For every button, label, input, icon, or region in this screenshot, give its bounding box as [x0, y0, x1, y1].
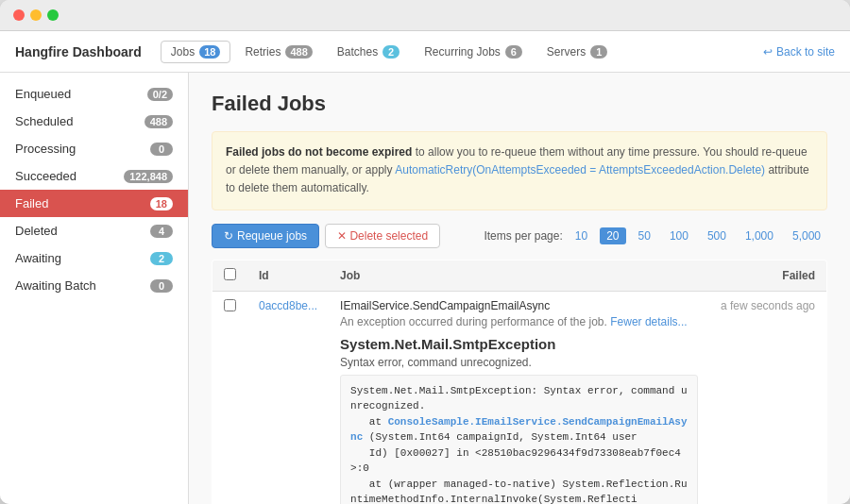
title-bar: [0, 0, 850, 31]
back-to-site-label: Back to site: [776, 45, 835, 59]
nav-tab-batches-badge: 2: [382, 45, 400, 59]
sidebar-item-awaiting-batch[interactable]: Awaiting Batch 0: [0, 272, 188, 299]
sidebar-item-awaiting-batch-label: Awaiting Batch: [15, 278, 150, 293]
select-all-checkbox[interactable]: [224, 268, 236, 280]
table-header-checkbox: [212, 260, 248, 291]
close-button[interactable]: [13, 9, 25, 21]
row1-id: 0accd8be...: [247, 291, 329, 504]
toolbar-left: ↻ Requeue jobs ✕ Delete selected: [212, 224, 440, 248]
sidebar-item-failed-label: Failed: [15, 196, 150, 210]
nav-tab-batches[interactable]: Batches 2: [327, 41, 410, 63]
alert-bold-text: Failed jobs do not become expired: [226, 145, 412, 159]
content-area: Enqueued 0/2 Scheduled 488 Processing 0 …: [0, 73, 850, 504]
sidebar-item-awaiting[interactable]: Awaiting 2: [0, 244, 188, 272]
requeue-icon: ↻: [224, 229, 233, 243]
nav-tab-recurring-label: Recurring Jobs: [424, 45, 501, 59]
row1-exception-title: System.Net.Mail.SmtpException: [340, 336, 698, 352]
nav-tab-batches-label: Batches: [337, 45, 378, 59]
nav-tab-servers-badge: 1: [590, 45, 607, 59]
nav-tab-recurring-badge: 6: [505, 45, 522, 59]
alert-link[interactable]: AutomaticRetry(OnAttemptsExceeded = Atte…: [395, 163, 765, 176]
sidebar-item-enqueued[interactable]: Enqueued 0/2: [0, 80, 188, 108]
row1-id-link[interactable]: 0accd8be...: [259, 299, 317, 312]
sidebar-item-deleted-label: Deleted: [15, 224, 150, 238]
sidebar-item-awaiting-label: Awaiting: [15, 251, 150, 265]
sidebar-item-failed-badge: 18: [150, 197, 173, 210]
sidebar-item-deleted-badge: 4: [150, 225, 173, 238]
sidebar-item-processing-label: Processing: [15, 142, 150, 156]
table-header-id: Id: [247, 260, 329, 291]
nav-tab-retries-label: Retries: [245, 45, 280, 59]
row1-time-ago: a few seconds ago: [721, 299, 815, 312]
sidebar-item-succeeded[interactable]: Succeeded 122,848: [0, 162, 188, 190]
sidebar-item-enqueued-label: Enqueued: [15, 87, 147, 101]
row1-stack-trace: System.Net.Mail.SmtpException: Syntax er…: [340, 375, 698, 504]
sidebar-item-deleted[interactable]: Deleted 4: [0, 217, 188, 244]
sidebar-item-processing[interactable]: Processing 0: [0, 135, 188, 162]
toolbar: ↻ Requeue jobs ✕ Delete selected Items p…: [212, 224, 827, 248]
table-header-row: Id Job Failed: [212, 260, 827, 291]
maximize-button[interactable]: [47, 9, 59, 21]
nav-tab-retries-badge: 488: [285, 45, 312, 59]
page-size-500[interactable]: 500: [701, 227, 733, 244]
table-header-failed: Failed: [709, 260, 827, 291]
items-per-page: Items per page: 10 20 50 100 500 1,000 5…: [484, 227, 827, 244]
row1-exception-desc: Syntax error, command unrecognized.: [340, 356, 698, 369]
requeue-label: Requeue jobs: [237, 229, 307, 243]
row1-checkbox[interactable]: [224, 299, 236, 311]
table-row: 0accd8be... IEmailService.SendCampaignEm…: [212, 291, 827, 504]
items-per-page-label: Items per page:: [484, 229, 562, 243]
row1-checkbox-cell: [212, 291, 248, 504]
page-title: Failed Jobs: [212, 92, 827, 116]
sidebar-item-failed[interactable]: Failed 18: [0, 190, 188, 217]
nav-tabs: Jobs 18 Retries 488 Batches 2 Recurring …: [161, 41, 763, 63]
sidebar-item-scheduled-badge: 488: [144, 115, 173, 128]
app-window: Hangfire Dashboard Jobs 18 Retries 488 B…: [0, 0, 850, 504]
nav-tab-jobs-label: Jobs: [171, 45, 195, 59]
row1-job: IEmailService.SendCampaignEmailAsync An …: [329, 291, 709, 504]
jobs-table: Id Job Failed 0accd8be...: [212, 260, 827, 504]
sidebar-item-succeeded-badge: 122,848: [124, 170, 173, 183]
sidebar-item-succeeded-label: Succeeded: [15, 169, 124, 183]
row1-job-desc: An exception occurred during performance…: [340, 315, 698, 328]
sidebar-item-awaiting-batch-badge: 0: [150, 279, 173, 293]
page-size-5000[interactable]: 5,000: [786, 227, 827, 244]
sidebar: Enqueued 0/2 Scheduled 488 Processing 0 …: [0, 73, 189, 504]
nav-tab-jobs[interactable]: Jobs 18: [161, 41, 231, 63]
main-content: Failed Jobs Failed jobs do not become ex…: [189, 73, 850, 504]
nav-tab-recurring[interactable]: Recurring Jobs 6: [414, 41, 533, 63]
nav-tab-servers-label: Servers: [547, 45, 586, 59]
page-size-10[interactable]: 10: [569, 227, 594, 244]
warning-alert: Failed jobs do not become expired to all…: [212, 131, 827, 210]
table-header-job: Job: [329, 260, 709, 291]
delete-selected-label: ✕ Delete selected: [337, 229, 428, 243]
row1-job-method: IEmailService.SendCampaignEmailAsync: [340, 299, 698, 312]
sidebar-item-awaiting-badge: 2: [150, 252, 173, 265]
page-size-20[interactable]: 20: [600, 227, 625, 244]
row1-details-link[interactable]: Fewer details...: [610, 315, 687, 328]
delete-selected-button[interactable]: ✕ Delete selected: [325, 224, 440, 248]
row1-time: a few seconds ago: [709, 291, 827, 504]
nav-bar: Hangfire Dashboard Jobs 18 Retries 488 B…: [0, 31, 850, 73]
nav-tab-jobs-badge: 18: [199, 45, 220, 59]
back-arrow-icon: ↩: [763, 45, 773, 59]
brand-label: Hangfire Dashboard: [15, 44, 142, 59]
sidebar-item-enqueued-badge: 0/2: [147, 88, 173, 101]
nav-tab-retries[interactable]: Retries 488: [234, 41, 322, 63]
requeue-button[interactable]: ↻ Requeue jobs: [212, 224, 319, 248]
page-size-100[interactable]: 100: [663, 227, 695, 244]
page-size-50[interactable]: 50: [632, 227, 657, 244]
page-size-1000[interactable]: 1,000: [739, 227, 780, 244]
sidebar-item-scheduled[interactable]: Scheduled 488: [0, 108, 188, 135]
sidebar-item-scheduled-label: Scheduled: [15, 114, 144, 128]
nav-tab-servers[interactable]: Servers 1: [536, 41, 618, 63]
minimize-button[interactable]: [30, 9, 42, 21]
sidebar-item-processing-badge: 0: [150, 143, 173, 156]
back-to-site-button[interactable]: ↩ Back to site: [763, 45, 835, 59]
traffic-lights: [13, 9, 59, 21]
